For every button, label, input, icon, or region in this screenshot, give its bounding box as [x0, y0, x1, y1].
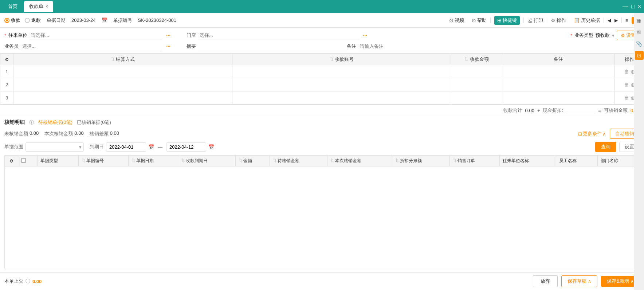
- due-date-from[interactable]: [106, 142, 146, 152]
- history-btn[interactable]: 📋 历史单据: [574, 17, 600, 24]
- discount-input[interactable]: [566, 107, 595, 113]
- restore-btn[interactable]: □: [631, 3, 635, 10]
- date-calendar-icon[interactable]: 📅: [102, 17, 107, 23]
- uncancelled-value: 0.00: [30, 130, 39, 137]
- save-new-label: 保存&新增: [607, 278, 629, 285]
- sidebar-camera-icon[interactable]: ⊡: [635, 51, 644, 60]
- bottom-left: 本单上欠 ⓘ 0.00: [4, 278, 42, 285]
- reconcile-section: 核销明细 ⓘ 待核销单据(0笔) 已核销单据(0笔) 未核销金额 0.00 本次…: [0, 116, 644, 272]
- form-area: * 往来单位 ··· 门店 ··· * 业务类型 预收款 ▾ ⚙ 设置: [0, 28, 644, 54]
- row-remark[interactable]: [502, 78, 614, 91]
- business-type-label: 业务类型: [574, 32, 593, 39]
- store-input[interactable]: [198, 31, 359, 39]
- help-btn[interactable]: ⊙ 帮助: [472, 17, 487, 24]
- sidebar-email-icon[interactable]: ✉: [635, 28, 644, 36]
- staff-field: 业务员 ···: [4, 42, 172, 50]
- summary-field: 摘要: [186, 42, 347, 50]
- row-settlement[interactable]: [13, 65, 232, 78]
- select-all-checkbox[interactable]: [21, 158, 26, 163]
- bottom-th-13: 部门名称: [598, 156, 639, 166]
- date-from-icon[interactable]: 📅: [148, 144, 154, 150]
- th-gear[interactable]: ⚙: [0, 54, 13, 65]
- counterpart-input[interactable]: [30, 31, 162, 39]
- date-value[interactable]: 2023-03-24: [71, 17, 96, 23]
- row-amount[interactable]: [451, 78, 502, 91]
- bottom-actions: 放弃 保存草稿 ∧ 保存&新增 ∧: [533, 275, 640, 287]
- print-label: 打印: [534, 17, 543, 24]
- view-icon-btn[interactable]: ≡: [625, 18, 628, 23]
- row-settlement[interactable]: [13, 91, 232, 105]
- sort-icon-5: ⇅: [181, 158, 185, 163]
- sidebar-table-icon[interactable]: ▦: [635, 16, 644, 25]
- sort-icon-6: ⇅: [239, 158, 243, 163]
- operation-icon: ⚙: [551, 17, 555, 23]
- range-select[interactable]: [25, 142, 84, 152]
- bottom-th-1[interactable]: [18, 156, 38, 166]
- radio-collection[interactable]: 收款: [4, 17, 20, 24]
- tab-current[interactable]: 收款单 ×: [24, 1, 53, 12]
- video-btn[interactable]: ⊙ 视频: [449, 17, 464, 24]
- history-icon: 📋: [574, 17, 580, 23]
- more-conditions-btn[interactable]: ⊟ 更多条件 ∧: [578, 130, 606, 137]
- bottom-th-8: ⇅本次核销金额: [327, 156, 392, 166]
- date-label: 单据日期: [47, 17, 66, 24]
- counterpart-label: 往来单位: [8, 32, 27, 39]
- pending-tab-link[interactable]: 待核销单据(0笔): [38, 119, 72, 126]
- business-type-dropdown-icon[interactable]: ▾: [612, 33, 614, 38]
- summary-input[interactable]: [198, 42, 347, 50]
- date-to-icon[interactable]: 📅: [208, 144, 214, 150]
- staff-more-btn[interactable]: ···: [165, 43, 172, 49]
- form-row-1: * 往来单位 ··· 门店 ··· * 业务类型 预收款 ▾ ⚙ 设置: [4, 31, 640, 40]
- store-more-btn[interactable]: ···: [361, 32, 369, 38]
- business-type-selector[interactable]: 预收款 ▾: [596, 32, 614, 39]
- bottom-info-icon[interactable]: ⓘ: [25, 278, 30, 285]
- tab-home[interactable]: 首页: [3, 1, 23, 12]
- divider2: [490, 17, 491, 23]
- row-settlement[interactable]: [13, 78, 232, 91]
- draft-btn[interactable]: 保存草稿 ∧: [561, 275, 597, 287]
- table-footer: 收款合计 0.00 + 现金折扣: = 可核销金额 0.00: [0, 105, 644, 116]
- row-account[interactable]: [232, 78, 451, 91]
- row-delete-icon[interactable]: 🗑: [624, 95, 629, 101]
- bottom-th-10: ⇅销售订单: [450, 156, 500, 166]
- shortcut-btn[interactable]: ⊞ 快捷键: [494, 16, 520, 25]
- close-btn[interactable]: ×: [638, 3, 641, 10]
- shortcut-icon: ⊞: [497, 17, 502, 23]
- video-icon: ⊙: [449, 17, 453, 23]
- row-remark[interactable]: [502, 65, 614, 78]
- range-label: 单据范围: [4, 144, 23, 150]
- sidebar-clip-icon[interactable]: 📎: [635, 39, 644, 48]
- help-icon: ⊙: [472, 17, 476, 23]
- abandon-btn[interactable]: 放弃: [533, 275, 558, 287]
- row-delete-icon[interactable]: 🗑: [624, 69, 629, 75]
- business-type-required: *: [570, 33, 572, 38]
- radio-refund[interactable]: 退款: [25, 17, 41, 24]
- operation-btn[interactable]: ⚙ 操作: [551, 17, 566, 24]
- reconcile-info-icon[interactable]: ⓘ: [29, 119, 34, 126]
- nav-right-btn[interactable]: ▶: [614, 18, 618, 23]
- tab-close-btn[interactable]: ×: [46, 4, 48, 9]
- note-label: 备注: [347, 43, 356, 50]
- nav-left-btn[interactable]: ◀: [608, 18, 611, 23]
- bottom-th-0[interactable]: ⚙: [5, 156, 18, 166]
- divider3: [523, 17, 524, 23]
- settings-gear-icon: ⚙: [621, 33, 625, 38]
- row-remark[interactable]: [502, 91, 614, 105]
- row-amount[interactable]: [451, 65, 502, 78]
- row-delete-icon[interactable]: 🗑: [624, 82, 629, 88]
- counterpart-more-btn[interactable]: ···: [165, 32, 172, 38]
- query-btn[interactable]: 查询: [595, 142, 616, 152]
- due-date-to[interactable]: [166, 142, 206, 152]
- store-label: 门店: [186, 32, 196, 39]
- main-content: 收款 退款 单据日期 2023-03-24 📅 单据编号 SK-20230324…: [0, 13, 644, 290]
- row-amount[interactable]: [451, 91, 502, 105]
- print-btn[interactable]: 🖨 打印: [527, 17, 543, 24]
- minimize-btn[interactable]: —: [623, 3, 628, 10]
- row-account[interactable]: [232, 91, 451, 105]
- done-tab-link[interactable]: 已核销单据(0笔): [77, 119, 111, 126]
- row-account[interactable]: [232, 65, 451, 78]
- note-input[interactable]: [358, 42, 640, 50]
- staff-input[interactable]: [21, 42, 162, 50]
- bottom-th-5: ⇅收款到期日: [178, 156, 236, 166]
- sort-icon3: ⇅: [464, 56, 468, 62]
